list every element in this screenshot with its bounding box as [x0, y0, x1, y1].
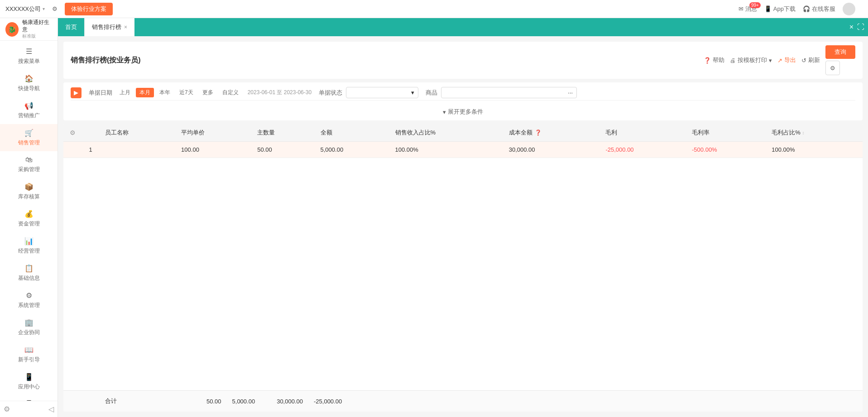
footer-cost: 30,000.00 — [271, 395, 308, 407]
sidebar-item-guide[interactable]: 📖 新手引导 — [0, 341, 58, 368]
profit-pct-sort-icon[interactable]: ↕ — [802, 130, 804, 135]
goods-filter: 商品 ··· — [426, 87, 577, 98]
trial-button[interactable]: 体验行业方案 — [65, 3, 113, 15]
refresh-button[interactable]: ↺ 刷新 — [801, 56, 820, 64]
column-settings-icon[interactable]: ⚙ — [70, 129, 76, 136]
company-selector[interactable]: XXXXXX公司 ▾ — [5, 5, 45, 13]
maximize-icon[interactable]: ⛶ — [857, 23, 864, 31]
date-btn-this-year[interactable]: 本年 — [156, 88, 174, 97]
td-name — [100, 142, 176, 158]
expand-more-button[interactable]: ▾ 展开更多条件 — [443, 108, 483, 116]
topbar-settings-button[interactable]: ⚙ — [48, 3, 61, 15]
app-download-button[interactable]: 📱 App下载 — [764, 5, 796, 13]
sidebar-bottom: ⚙ ◁ — [0, 401, 58, 417]
tab-close-icon[interactable]: × — [124, 24, 127, 30]
th-amount: 全额 — [315, 124, 390, 142]
search-order-icon: ☰ — [26, 47, 32, 56]
status-filter: 单据状态 ▾ — [319, 87, 418, 98]
goods-input[interactable]: ··· — [441, 87, 577, 98]
date-btn-more[interactable]: 更多 — [199, 88, 217, 97]
td-avg-price: 100.00 — [176, 142, 252, 158]
footer-profit: -25,000.00 — [308, 395, 347, 407]
sidebar-item-purchase[interactable]: 🛍 采购管理 — [0, 151, 58, 178]
logo-icon: 🐉 — [5, 22, 19, 37]
sidebar-item-search-order[interactable]: ☰ 搜索菜单 — [0, 43, 58, 70]
date-range: 2023-06-01 至 2023-06-30 — [248, 89, 312, 96]
date-btn-this-month[interactable]: 本月 — [136, 88, 154, 97]
sidebar: 🐉 畅康通好生意 标准版 ☰ 搜索菜单 🏠 快捷导航 📢 营销推广 🛒 销售管理 — [0, 18, 58, 417]
online-service-label: 在线客服 — [812, 5, 835, 13]
sidebar-item-app-center[interactable]: 📱 应用中心 — [0, 368, 58, 395]
export-button[interactable]: ↗ 导出 — [777, 56, 796, 64]
filter-expand-arrow[interactable]: ▶ — [71, 87, 82, 98]
td-cost: 30,000.00 — [504, 142, 600, 158]
logo-text: 畅康通好生意 — [22, 19, 52, 33]
online-service-button[interactable]: 🎧 在线客服 — [803, 5, 835, 13]
settings-icon: ⚙ — [830, 65, 835, 72]
expand-label: 展开更多条件 — [448, 108, 483, 116]
help-icon: ❓ — [704, 57, 711, 64]
purchase-icon: 🛍 — [25, 156, 33, 164]
marketing-icon: 📢 — [24, 101, 34, 110]
date-filter: 单据日期 上月 本月 本年 近7天 更多 自定义 2023-06-01 至 20… — [89, 88, 312, 97]
print-icon: 🖨 — [730, 57, 736, 64]
help-label: 帮助 — [713, 56, 724, 64]
sidebar-settings-button[interactable]: ⚙ — [4, 405, 10, 413]
th-profit-pct: 毛利占比% ↕ — [766, 124, 863, 142]
sidebar-item-sales[interactable]: 🛒 销售管理 — [0, 124, 58, 151]
sidebar-item-inventory[interactable]: 📦 库存核算 — [0, 178, 58, 205]
sidebar-item-finance[interactable]: 💰 资金管理 — [0, 205, 58, 232]
footer-sales-pct — [260, 398, 271, 404]
date-btn-last-month[interactable]: 上月 — [116, 88, 134, 97]
th-rank — [82, 124, 100, 142]
td-sales-pct: 100.00% — [390, 142, 504, 158]
sidebar-item-enterprise[interactable]: 🏢 企业协同 — [0, 314, 58, 341]
top-bar-right: ✉ 消息 99+ 📱 App下载 🎧 在线客服 — [739, 3, 863, 15]
sidebar-collapse-button[interactable]: ◁ — [48, 405, 54, 413]
avatar[interactable] — [843, 3, 855, 15]
footer-avg-price — [190, 398, 201, 404]
tab-sales-ranking[interactable]: 销售排行榜 × — [84, 18, 134, 36]
th-sales-pct: 销售收入占比% — [390, 124, 504, 142]
help-button[interactable]: ❓ 帮助 — [704, 56, 724, 64]
query-button[interactable]: 查询 — [825, 45, 855, 59]
cost-help-icon[interactable]: ❓ — [535, 129, 542, 136]
logo-sub: 标准版 — [22, 33, 52, 39]
sidebar-item-label: 采购管理 — [18, 166, 40, 173]
th-profit: 毛利 — [600, 124, 686, 142]
sidebar-item-label: 应用中心 — [18, 383, 40, 391]
sidebar-item-basic-info[interactable]: 📋 基础信息 — [0, 259, 58, 287]
sidebar-item-wechat[interactable]: 💬 企业微信 — [0, 395, 58, 401]
sidebar-item-quick-nav[interactable]: 🏠 快捷导航 — [0, 70, 58, 97]
td-rank: 1 — [82, 142, 100, 158]
main-layout: 🐉 畅康通好生意 标准版 ☰ 搜索菜单 🏠 快捷导航 📢 营销推广 🛒 销售管理 — [0, 18, 868, 417]
table-container: ⚙ 员工名称 平均单价 主数量 全额 销售收入占比% 成本全额 ❓ — [63, 124, 863, 390]
th-cost: 成本全额 ❓ — [504, 124, 600, 142]
sidebar-item-marketing[interactable]: 📢 营销推广 — [0, 97, 58, 124]
sidebar-item-label: 快捷导航 — [18, 85, 40, 92]
export-label: 导出 — [784, 56, 796, 64]
status-select[interactable]: ▾ — [346, 87, 418, 98]
sidebar-item-label: 销售管理 — [18, 139, 40, 147]
tab-bar: 首页 销售排行榜 × × ⛶ — [58, 18, 868, 36]
date-btn-custom[interactable]: 自定义 — [219, 88, 242, 97]
print-button[interactable]: 🖨 按模板打印 ▾ — [730, 56, 772, 64]
settings-button[interactable]: ⚙ — [825, 61, 840, 75]
td-profit-rate: -500.00% — [686, 142, 766, 158]
minimize-icon[interactable]: × — [849, 23, 854, 31]
tab-label: 销售排行榜 — [92, 23, 121, 31]
table-footer: 合计 50.00 5,000.00 30,000.00 -25,000.00 — [63, 390, 863, 412]
enterprise-icon: 🏢 — [24, 318, 34, 327]
footer-row: 合计 50.00 5,000.00 30,000.00 -25,000.00 — [63, 394, 863, 408]
sidebar-item-system[interactable]: ⚙ 系统管理 — [0, 287, 58, 314]
footer-profit-rate — [347, 398, 358, 404]
tab-home[interactable]: 首页 — [58, 18, 84, 36]
sidebar-item-operations[interactable]: 📊 经营管理 — [0, 232, 58, 259]
date-btn-7days[interactable]: 近7天 — [176, 88, 197, 97]
sidebar-item-label: 库存核算 — [18, 193, 40, 201]
message-button[interactable]: ✉ 消息 99+ — [739, 5, 757, 13]
message-icon: ✉ — [739, 5, 743, 12]
header-right-buttons: 查询 ⚙ — [825, 45, 855, 75]
logo-area: 🐉 畅康通好生意 标准版 — [0, 18, 58, 41]
guide-icon: 📖 — [24, 345, 34, 354]
